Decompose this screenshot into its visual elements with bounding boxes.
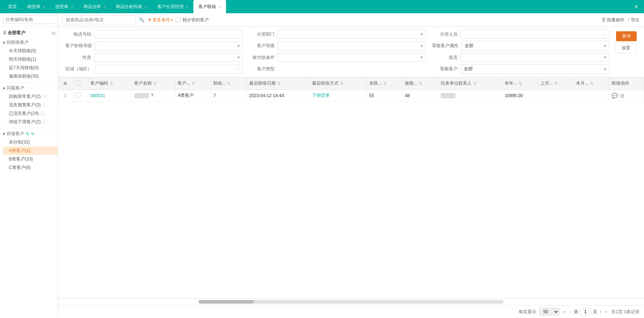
- sidebar-item-c-class[interactable]: C类客户(6): [3, 163, 58, 172]
- td-this-month: [573, 90, 609, 102]
- my-customer-checkbox-label[interactable]: 我分管的客户: [176, 17, 209, 23]
- col-resize-level[interactable]: ⇅: [192, 81, 195, 86]
- filter-payment-dropdown[interactable]: ▾: [278, 53, 426, 62]
- filter-action-btns: 查询 设置: [612, 30, 640, 74]
- nav-purchase[interactable]: 进货单 ×: [50, 0, 78, 13]
- chat-action-icon[interactable]: 💬: [612, 93, 618, 99]
- setting-btn[interactable]: 设置: [615, 43, 637, 53]
- filter-nature-dropdown[interactable]: ▾: [94, 53, 243, 62]
- filter-row-3: 性质 ▾ 收付款条件 ▾: [62, 53, 612, 62]
- sidebar-item-today[interactable]: 今天待联络(0): [3, 47, 58, 55]
- table-checkbox-all[interactable]: [75, 80, 80, 85]
- sidebar-group-pending-title[interactable]: ▾ 待联络客户: [3, 38, 58, 47]
- horizontal-scrollbar[interactable]: [198, 300, 504, 304]
- nav-home[interactable]: 首页: [3, 0, 22, 13]
- nav-sales[interactable]: 销货单 ×: [22, 0, 50, 13]
- col-resize-contact[interactable]: ⇅: [227, 81, 231, 86]
- close-product-list-icon[interactable]: ×: [144, 4, 147, 9]
- refresh-icon[interactable]: ↻: [26, 131, 29, 137]
- last-page-btn[interactable]: »: [604, 309, 609, 314]
- prev-page-btn[interactable]: ‹: [569, 309, 572, 314]
- filter-person-dropdown[interactable]: ···: [461, 30, 609, 39]
- collapse-icon[interactable]: ◁: [51, 31, 55, 36]
- sidebar-item-ungroup[interactable]: 未分组(32): [3, 138, 58, 146]
- next-page-btn[interactable]: ›: [599, 309, 602, 314]
- close-customer-contact-icon[interactable]: ×: [218, 4, 221, 9]
- nav-customer-contact[interactable]: 客户联络 ×: [193, 0, 226, 13]
- sidebar-item-7days[interactable]: 近7天待联络(0): [3, 64, 58, 72]
- th-overdue: 逾期... ⇅: [402, 77, 438, 90]
- search-input[interactable]: [62, 15, 136, 24]
- page-input[interactable]: [580, 308, 591, 315]
- sidebar-group-problem-title[interactable]: ▾ 问题客户: [3, 84, 58, 92]
- col-resize-uncontacted[interactable]: ⇅: [383, 81, 387, 86]
- col-resize-code[interactable]: ⇅: [110, 81, 113, 86]
- filter-search-icon[interactable]: 🔍: [139, 17, 144, 22]
- sidebar-group-value-title[interactable]: ▾ 价值客户 ↻ ✎: [3, 130, 58, 138]
- col-resize-last-method[interactable]: ⇅: [340, 81, 344, 86]
- sidebar-item-churned[interactable]: 已流失客户(24) ⓘ: [3, 109, 58, 118]
- close-sales-icon[interactable]: ×: [43, 4, 45, 9]
- close-customer-segment-icon[interactable]: ×: [186, 4, 188, 9]
- export-btn[interactable]: ↑ 导出: [627, 17, 640, 23]
- sidebar-item-a-class[interactable]: A类客户(1): [3, 146, 58, 155]
- table-settings-icon[interactable]: ⚙: [63, 81, 67, 86]
- close-purchase-icon[interactable]: ×: [71, 4, 73, 9]
- td-checkbox: [73, 90, 88, 102]
- filter-price-level: 客户价格等级 ▾: [62, 42, 246, 50]
- sidebar-item-overdue[interactable]: 逾期未联络(30): [3, 72, 58, 81]
- filter-region-input[interactable]: ···: [95, 65, 243, 74]
- filter-status-dropdown[interactable]: ▾: [461, 53, 609, 62]
- edit-group-icon[interactable]: ✎: [31, 131, 35, 137]
- query-btn[interactable]: 查询: [616, 31, 637, 41]
- info-icon-3: ⓘ: [41, 111, 45, 116]
- col-resize-this-year[interactable]: ⇅: [519, 81, 522, 86]
- sidebar-item-declining[interactable]: 持续下滑客户(2) ⓘ: [3, 118, 58, 126]
- batch-op-btn[interactable]: ☰ 批量操作: [602, 17, 625, 23]
- th-name: 客户名称 ⇅: [132, 77, 175, 90]
- sidebar-search-input[interactable]: [3, 15, 58, 24]
- last-method-link[interactable]: 下销货单: [312, 93, 330, 98]
- filter-person: 分管人员 ···: [429, 30, 612, 39]
- th-last-method: 最后联络方式 ⇅: [310, 77, 367, 90]
- filter-nature-label: 性质: [65, 54, 91, 61]
- qr-action-icon[interactable]: ⊞: [620, 93, 625, 99]
- total-info: 共1页 1条记录: [611, 309, 640, 315]
- filter-phone-input[interactable]: [94, 30, 243, 39]
- col-resize-last-month[interactable]: ⇅: [554, 81, 558, 86]
- payment-arrow: ▾: [421, 55, 423, 60]
- col-resize-name[interactable]: ⇅: [153, 81, 157, 86]
- sidebar-item-tomorrow[interactable]: 明天待联络(1): [3, 55, 58, 64]
- more-filter-btn[interactable]: ▼ 更多条件 ▾: [147, 17, 173, 23]
- my-customer-checkbox[interactable]: [176, 17, 181, 22]
- sidebar-item-b-class[interactable]: B类客户(33): [3, 155, 58, 163]
- col-resize-overdue[interactable]: ⇅: [419, 81, 422, 86]
- filter-price-level-dropdown[interactable]: ▾: [95, 42, 243, 50]
- filter-retail-customer-dropdown[interactable]: 全部 ▾: [461, 64, 609, 74]
- row-checkbox[interactable]: [75, 92, 80, 98]
- first-page-btn[interactable]: «: [562, 309, 567, 314]
- col-resize-unit-contact[interactable]: ⇅: [473, 81, 477, 86]
- filter-dept-dropdown[interactable]: ▾: [278, 30, 426, 39]
- close-all-btn[interactable]: ×: [631, 3, 641, 11]
- col-resize-this-month[interactable]: ⇅: [590, 81, 594, 86]
- filter-customer-level-dropdown[interactable]: ▾: [278, 42, 426, 50]
- nav-customer-segment[interactable]: 客户分层经营 ×: [152, 0, 193, 13]
- table-body: 1 000031 ？ A类客户 7 2023-04-12: [58, 90, 644, 102]
- filter-customer-level: 客户等级 ▾: [246, 42, 429, 50]
- filter-retail-attr-dropdown[interactable]: 全部 ▾: [461, 41, 609, 51]
- close-product-analysis-icon[interactable]: ×: [103, 4, 105, 9]
- scrollbar-thumb[interactable]: [198, 300, 254, 304]
- nav-product-list[interactable]: 商品分析列表 ×: [111, 0, 152, 13]
- sidebar-item-churn-warning[interactable]: 流失预警客户(3) ⓘ: [3, 101, 58, 109]
- th-last-month: 上月... ⇅: [538, 77, 573, 90]
- dept-dropdown-arrow: ▾: [421, 32, 423, 37]
- nav-product-analysis[interactable]: 商品分析 ×: [78, 0, 111, 13]
- customer-name-suffix: ？: [150, 93, 154, 98]
- col-resize-last-date[interactable]: ⇅: [277, 81, 281, 86]
- main-layout: 🔍 ⠿ 全部客户 ◁ ▾ 待联络客户 今天待联络(0) 明天待联络(1) 近7天…: [0, 13, 644, 318]
- sidebar-item-rebuy-abnormal[interactable]: 回购异常客户(2) ⓘ: [3, 92, 58, 101]
- customer-code-link[interactable]: 000031: [90, 93, 105, 98]
- filter-customer-type: 客户类型: [246, 66, 429, 72]
- per-page-select[interactable]: 50 100 200: [539, 308, 559, 316]
